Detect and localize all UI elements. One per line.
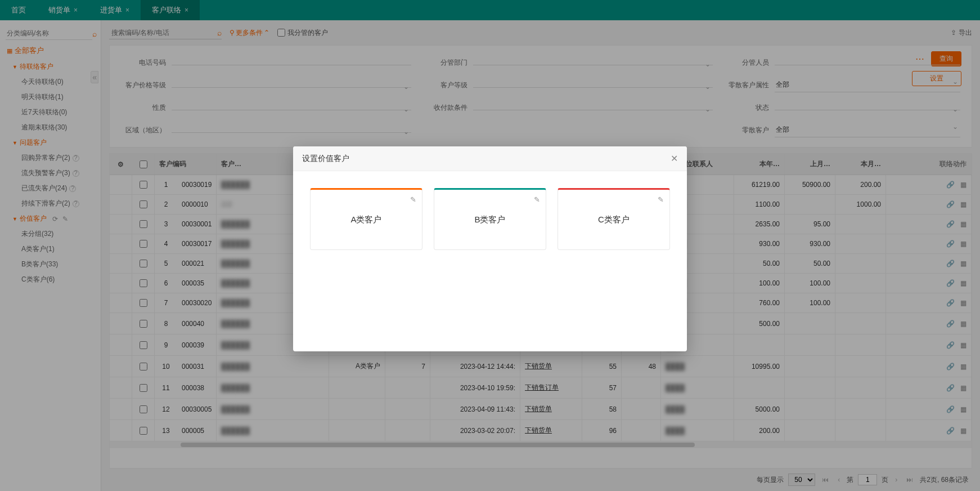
value-customer-modal: 设置价值客户 ✕ ✎A类客户 ✎B类客户 ✎C类客户 bbox=[293, 146, 687, 351]
modal-title: 设置价值客户 bbox=[302, 154, 349, 164]
card-c[interactable]: ✎C类客户 bbox=[558, 188, 670, 250]
edit-icon[interactable]: ✎ bbox=[658, 195, 664, 204]
edit-icon[interactable]: ✎ bbox=[410, 195, 416, 204]
close-icon[interactable]: ✕ bbox=[671, 153, 678, 164]
card-b[interactable]: ✎B类客户 bbox=[434, 188, 546, 250]
card-a[interactable]: ✎A类客户 bbox=[310, 188, 422, 250]
edit-icon[interactable]: ✎ bbox=[534, 195, 540, 204]
